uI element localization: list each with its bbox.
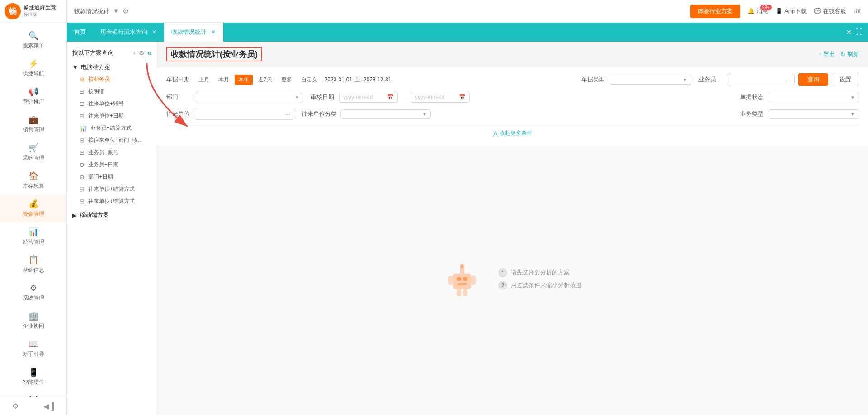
logo-icon: 畅 [5,3,21,19]
tab-bank-flow-label: 现金银行流水查询 [100,28,147,36]
tab-receipt-close-icon[interactable]: ✕ [211,29,216,35]
doc-status-select[interactable]: ▼ [769,93,859,102]
try-industry-button[interactable]: 体验行业方案 [690,5,740,18]
scheme-item-6[interactable]: ⊟ 业务员+账号 [67,146,157,159]
filter-settings-button[interactable]: 设置 [832,73,859,86]
svg-point-5 [460,264,464,268]
scheme-item-8[interactable]: ⊙ 部门+日期 [67,171,157,183]
sidebar-item-search[interactable]: 🔍 搜索菜单 [0,26,66,54]
export-button[interactable]: ↑ 导出 [819,50,835,58]
sidebar-item-finance[interactable]: 💰 资金管理 [0,194,66,222]
chevron-right-group-icon: ▶ [72,212,77,219]
scheme-item-label-8: 部门+日期 [88,173,113,181]
sidebar-item-marketing[interactable]: 📢 营销推广 [0,82,66,110]
sidebar-item-sales[interactable]: 💼 销售管理 [0,110,66,138]
biz-type-select[interactable]: ▼ [769,109,859,119]
tab-home[interactable]: 首页 [67,23,93,42]
date-tab-custom[interactable]: 自定义 [297,75,321,85]
scheme-item-4[interactable]: 📊 业务员+结算方式 [67,122,157,134]
sidebar-item-quicknav[interactable]: ⚡ 快捷导航 [0,54,66,82]
scheme-settings-button[interactable]: ⚙ [139,49,145,57]
collapse-scheme-button[interactable]: « [147,49,151,57]
filter-doc-status: 单据状态 ▼ [740,93,859,102]
close-window-icon[interactable]: ✕ [846,28,852,37]
sidebar-item-label: 新手引导 [23,350,44,358]
date-tab-this-year[interactable]: 本年 [235,75,253,85]
gear-topbar-icon[interactable]: ⚙ [123,7,129,15]
tab-close-icon[interactable]: ✕ [152,29,156,35]
sidebar-item-enterprise[interactable]: 🏢 企业协同 [0,307,66,335]
app-download-area[interactable]: 📱 App下载 [775,7,807,15]
doc-status-chevron-icon: ▼ [850,95,855,100]
salesperson-select[interactable]: ··· [727,74,795,85]
refresh-button[interactable]: ↻ 刷新 [840,50,859,58]
scheme-item-icon-7: ⊙ [80,161,85,168]
scheme-item-1[interactable]: ⊞ 按明细 [67,85,157,98]
chevron-down-group-icon: ▼ [72,64,78,71]
sidebar-item-operations[interactable]: 📊 经营管理 [0,222,66,250]
add-scheme-button[interactable]: + [132,49,136,57]
date-tab-more[interactable]: 更多 [278,75,296,85]
date-tab-last-month[interactable]: 上月 [195,75,213,85]
scheme-item-7[interactable]: ⊙ 业务员+日期 [67,159,157,171]
sidebar: 畅 畅捷通好生意 标准版 🔍 搜索菜单 ⚡ 快捷导航 📢 营销推广 💼 销售管理… [0,0,67,415]
audit-date-from-input[interactable]: yyyy-mm-dd 📅 [339,92,398,103]
scheme-item-3[interactable]: ⊟ 往来单位+日期 [67,110,157,122]
scheme-item-9[interactable]: ⊞ 往来单位+结算方式 [67,183,157,195]
more-icon[interactable]: ··· [785,76,791,83]
scheme-item-icon-6: ⊟ [80,149,85,156]
refresh-icon: ↻ [840,51,845,58]
inventory-icon: 🏠 [28,171,38,181]
scheme-item-label-5: 按往来单位+部门+收... [88,137,142,144]
bell-icon: 🔔 [747,8,755,14]
tab-receipt-stats[interactable]: 收款情况统计 ✕ [164,23,223,42]
mobile-group-title[interactable]: ▶ 移动端方案 [67,209,157,221]
user-area[interactable]: Rit [854,8,861,14]
counterpart-label: 往来单位 [166,110,191,118]
scheme-item-label-10: 往来单位+结算方式 [88,198,135,205]
empty-steps: 1 请先选择要分析的方案 2 用过滤条件来缩小分析范围 [498,268,581,293]
doc-type-select[interactable]: ▼ [610,75,691,85]
date-tab-7days[interactable]: 近7天 [255,75,276,85]
svg-rect-4 [460,267,464,274]
scheme-item-10[interactable]: ⊟ 往来单位+结算方式 [67,195,157,208]
online-service-area[interactable]: 💬 在线客服 [814,7,846,15]
scheme-item-label-4: 业务员+结算方式 [90,124,132,132]
svg-rect-0 [453,274,471,289]
sidebar-item-label: 库存核算 [23,182,44,190]
counterpart-class-select[interactable]: ▼ [340,109,431,119]
tab-bank-flow[interactable]: 现金银行流水查询 ✕ [93,23,164,42]
notification-area[interactable]: 🔔 99+ 消息 [747,7,768,15]
collapse-sidebar-icon[interactable]: ◀▐ [43,402,54,410]
audit-date-from-placeholder: yyyy-mm-dd [343,94,373,100]
sidebar-item-guide[interactable]: 📖 新手引导 [0,335,66,363]
scheme-item-5[interactable]: ⊟ 按往来单位+部门+收... [67,134,157,146]
counterpart-select[interactable]: ··· [195,108,294,120]
audit-date-label: 审核日期 [311,93,335,101]
audit-date-to-input[interactable]: yyyy-mm-dd 📅 [411,92,470,103]
scheme-item-2[interactable]: ⊟ 往来单位+账号 [67,98,157,110]
query-button[interactable]: 查询 [798,73,828,86]
maximize-icon[interactable]: ⛶ [855,28,863,36]
tabbar-right: ✕ ⛶ [846,28,868,37]
chevron-down-icon: ▼ [113,8,119,14]
scheme-header: 按以下方案查询 + ⚙ « [67,46,157,60]
scheme-item-icon-5: ⊟ [80,137,85,144]
date-separator: 至 [355,75,361,84]
scheme-item-0[interactable]: ⊙ 按业务员 [67,73,157,85]
date-tab-this-month[interactable]: 本月 [215,75,233,85]
sidebar-item-label: 采购管理 [23,154,44,162]
sidebar-item-inventory[interactable]: 🏠 库存核算 [0,166,66,194]
dept-select[interactable]: ▼ [195,93,303,102]
step-label-1: 请先选择要分析的方案 [511,269,570,277]
step-num-2: 2 [498,281,507,290]
desktop-group-title[interactable]: ▼ 电脑端方案 [67,61,157,73]
sidebar-item-purchase[interactable]: 🛒 采购管理 [0,138,66,166]
settings-footer-icon[interactable]: ⚙ [12,402,19,410]
collapse-link[interactable]: ⋀ 收起更多条件 [493,129,532,137]
counterpart-more-icon[interactable]: ··· [285,110,290,118]
sidebar-item-system[interactable]: ⚙ 系统管理 [0,278,66,307]
sidebar-item-hardware[interactable]: 📱 智能硬件 [0,363,66,391]
sidebar-item-basicinfo[interactable]: 📋 基础信息 [0,250,66,278]
sidebar-item-wechat[interactable]: 💬 企业微信 [0,391,66,397]
